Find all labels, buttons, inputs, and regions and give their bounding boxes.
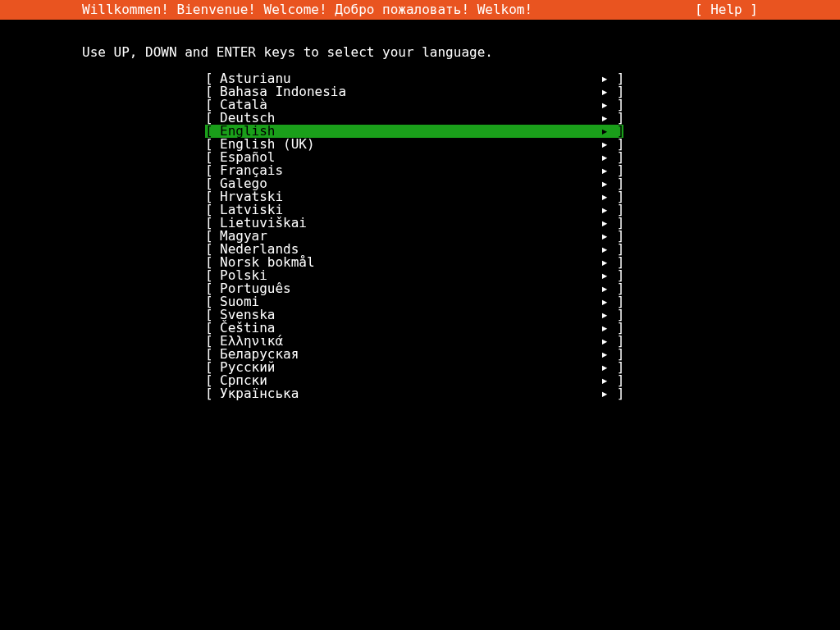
language-option[interactable]: [ Українська▸ ] <box>205 387 623 400</box>
instruction-text: Use UP, DOWN and ENTER keys to select yo… <box>82 46 840 59</box>
header-title: Willkommen! Bienvenue! Welcome! Добро по… <box>82 3 532 16</box>
language-name: Suomi <box>220 295 594 308</box>
language-name: Русский <box>220 361 594 374</box>
language-option[interactable]: [ Русский▸ ] <box>205 361 623 374</box>
header-bar: Willkommen! Bienvenue! Welcome! Добро по… <box>0 0 840 20</box>
content-area: Use UP, DOWN and ENTER keys to select yo… <box>0 20 840 400</box>
language-option[interactable]: [ Lietuviškai▸ ] <box>205 217 623 230</box>
language-list[interactable]: [ Asturianu▸ ][ Bahasa Indonesia▸ ][ Cat… <box>205 72 623 400</box>
language-name: Беларуская <box>220 348 594 361</box>
language-option[interactable]: [ Bahasa Indonesia▸ ] <box>205 85 623 98</box>
language-name: English (UK) <box>220 138 594 151</box>
language-name: Svenska <box>220 308 594 322</box>
language-name: Português <box>220 282 594 295</box>
language-name: Lietuviškai <box>220 217 594 230</box>
language-name: Norsk bokmål <box>220 256 594 269</box>
language-name: Deutsch <box>220 112 594 125</box>
language-name: Català <box>220 98 594 112</box>
language-option[interactable]: [ Português▸ ] <box>205 282 623 295</box>
bracket-right: ] <box>609 387 623 400</box>
language-name: Bahasa Indonesia <box>220 85 594 98</box>
language-name: Français <box>220 164 594 177</box>
help-button[interactable]: [ Help ] <box>695 3 758 16</box>
language-option[interactable]: [ Français▸ ] <box>205 164 623 177</box>
language-name: Українська <box>220 387 594 400</box>
chevron-right-icon: ▸ <box>594 387 609 400</box>
bracket-left: [ <box>205 387 220 400</box>
language-option[interactable]: [ Norsk bokmål▸ ] <box>205 256 623 269</box>
